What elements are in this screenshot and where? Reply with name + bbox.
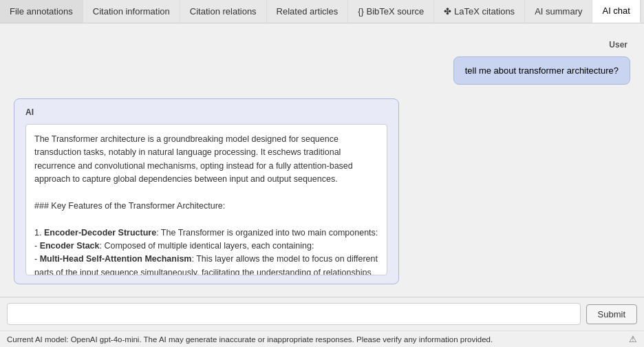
input-area: Submit [0,297,644,330]
tab-bibtex-source[interactable]: {} BibTeX source [348,0,434,23]
user-message-wrapper: User tell me about transformer architect… [14,37,630,85]
tab-ai-chat[interactable]: AI chat [592,0,640,23]
chat-area[interactable]: User tell me about transformer architect… [0,23,644,297]
tab-bar: File annotations Citation information Ci… [0,0,644,23]
status-text: Current AI model: OpenAI gpt-4o-mini. Th… [7,335,493,344]
warning-icon: ⚠ [629,334,637,344]
tab-file-annotations[interactable]: File annotations [0,0,83,23]
user-label: User [609,40,627,50]
tab-citation-relations[interactable]: Citation relations [180,0,267,23]
ai-response-text: The Transformer architecture is a ground… [25,124,387,275]
tab-citation-information[interactable]: Citation information [83,0,180,23]
tab-related-articles[interactable]: Related articles [267,0,349,23]
status-bar: Current AI model: OpenAI gpt-4o-mini. Th… [0,330,644,347]
more-tabs-button[interactable]: ▼ [641,0,644,23]
ai-message-wrapper: AI The Transformer architecture is a gro… [14,98,630,284]
ai-bubble: AI The Transformer architecture is a gro… [14,98,399,284]
main-content: User tell me about transformer architect… [0,23,644,347]
tab-ai-summary[interactable]: AI summary [525,0,592,23]
user-bubble: tell me about transformer architecture? [453,56,630,85]
chat-input[interactable] [7,303,581,325]
ai-label: AI [25,107,387,117]
user-message-text: tell me about transformer architecture? [465,65,619,76]
submit-button[interactable]: Submit [586,304,637,324]
tab-latex-citations[interactable]: ✤ LaTeX citations [434,0,525,23]
